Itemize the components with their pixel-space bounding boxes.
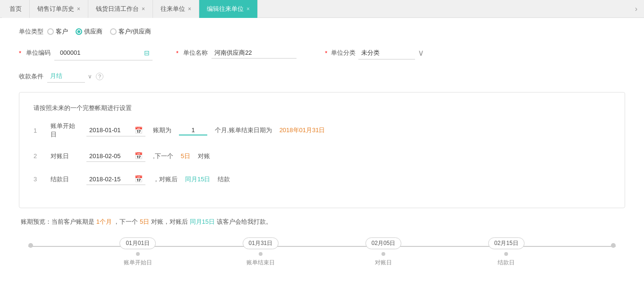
tab-sales-history[interactable]: 销售订单历史 × (30, 0, 88, 18)
radio-both[interactable]: 客户/供应商 (110, 27, 151, 36)
unit-type-group: 单位类型 客户 供应商 客户/供应商 (19, 27, 151, 36)
timeline-items: 01月01日 账单开始日 01月31日 账单结束日 02月05日 对账日 02月… (28, 237, 616, 267)
row-3-suffix: 结款 (218, 175, 230, 184)
unit-class-label: 单位分类 (331, 49, 356, 57)
timeline-label-2: 账单结束日 (246, 259, 275, 267)
payment-label: 收款条件 (19, 72, 43, 81)
timeline-dot-2 (259, 252, 263, 256)
row-1-number: 1 (34, 127, 43, 134)
payment-help-icon[interactable]: ? (96, 73, 103, 80)
preview-mid1: ，下一个 (113, 218, 138, 225)
payment-chevron-icon: ∨ (88, 73, 92, 80)
row-2-number: 2 (34, 152, 43, 160)
tab-edit-partner-close[interactable]: × (246, 6, 250, 12)
row-3-number: 3 (34, 176, 43, 183)
row-3-highlight: 同月15日 (185, 175, 210, 184)
timeline-right-end (611, 237, 616, 248)
timeline-point-2: 01月31日 账单结束日 (243, 237, 279, 267)
tab-cash-work[interactable]: 钱货日清工作台 × (88, 0, 153, 18)
unit-code-star: * (19, 50, 21, 57)
preview-mid2: 对账，对账后 (151, 218, 188, 225)
preview-suffix: 该客户会给我打款。 (217, 218, 272, 225)
timeline-left-end (28, 237, 33, 248)
timeline-point-3: 02月05日 对账日 (365, 237, 402, 267)
unit-class-star: * (325, 50, 327, 57)
unit-class-value: 未分类 (361, 49, 380, 57)
timeline-point-4: 02月15日 结款日 (488, 237, 525, 267)
payment-group: 收款条件 月结 ∨ ? (19, 70, 103, 83)
unit-code-group: * 单位编码 ⊟ (19, 45, 153, 60)
radio-customer[interactable]: 客户 (47, 27, 68, 36)
unit-code-copy-icon[interactable]: ⊟ (144, 49, 150, 57)
unit-name-group: * 单位名称 (176, 47, 297, 59)
radio-supplier[interactable]: 供应商 (76, 27, 102, 36)
preview-part3: 同月15日 (190, 218, 215, 225)
timeline-date-2: 01月31日 (243, 237, 279, 249)
row-1-period-unit: 个月,账单结束日期为 (215, 126, 272, 135)
preview-prefix: 账期预览：当前客户账期是 (21, 218, 94, 225)
unit-code-field-container: ⊟ (54, 45, 153, 60)
payment-select[interactable]: 月结 ∨ (47, 70, 92, 83)
tab-partner-units[interactable]: 往来单位 × (153, 0, 199, 18)
tab-expand-button[interactable]: › (630, 5, 642, 13)
unit-code-input[interactable] (57, 47, 142, 58)
row-1-calendar-icon[interactable]: 📅 (135, 127, 143, 134)
timeline-point-1: 01月01日 账单开始日 (119, 237, 156, 267)
setting-row-2: 2 对账日 📅 ,下一个 5日 对账 (34, 150, 610, 162)
settings-box: 请按照未来的一个完整帐期进行设置 1 账单开始日 📅 账期为 个月,账单结束日期… (19, 92, 625, 208)
tab-home[interactable]: 首页 (2, 0, 30, 18)
tab-partner-units-close[interactable]: × (188, 6, 191, 12)
timeline-dot-3 (381, 252, 385, 256)
tab-home-label: 首页 (9, 5, 22, 13)
payment-row: 收款条件 月结 ∨ ? (19, 70, 625, 83)
radio-supplier-label: 供应商 (84, 27, 102, 36)
row-2-date-container: 📅 (86, 150, 145, 162)
row-2-suffix: 对账 (198, 152, 210, 160)
radio-customer-circle (47, 28, 54, 35)
tab-edit-partner-label: 编辑往来单位 (207, 5, 244, 13)
tab-edit-partner[interactable]: 编辑往来单位 × (199, 0, 258, 18)
row-1-date-input[interactable] (89, 127, 132, 134)
unit-name-star: * (176, 50, 178, 57)
preview-text: 账期预览：当前客户账期是 1个月 ，下一个 5日 对账，对账后 同月15日 该客… (19, 218, 625, 226)
unit-class-chevron-icon[interactable]: ∨ (418, 48, 424, 58)
unit-name-label: 单位名称 (183, 49, 208, 57)
unit-name-input[interactable] (212, 47, 297, 59)
preview-part1: 1个月 (96, 218, 112, 225)
payment-value: 月结 (47, 70, 85, 83)
row-2-label: 对账日 (51, 152, 79, 160)
unit-type-label: 单位类型 (19, 27, 43, 36)
row-3-date-container: 📅 (86, 173, 145, 185)
unit-class-group: * 单位分类 未分类 ∨ (325, 47, 424, 59)
settings-title: 请按照未来的一个完整帐期进行设置 (34, 104, 610, 112)
row-1-label: 账单开始日 (51, 122, 79, 139)
timeline-date-1: 01月01日 (119, 237, 156, 249)
row-2-prefix: ,下一个 (153, 152, 173, 160)
timeline-dot-4 (504, 252, 508, 256)
timeline-right-dot (611, 243, 616, 248)
timeline-date-3: 02月05日 (365, 237, 402, 249)
radio-both-label: 客户/供应商 (119, 27, 151, 36)
timeline-section: 01月01日 账单开始日 01月31日 账单结束日 02月05日 对账日 02月… (19, 237, 625, 267)
row-3-date-input[interactable] (89, 176, 132, 183)
setting-row-3: 3 结款日 📅 ，对账后 同月15日 结款 (34, 173, 610, 185)
radio-group: 客户 供应商 客户/供应商 (47, 27, 151, 36)
row-2-date-input[interactable] (89, 152, 132, 160)
preview-part2: 5日 (140, 218, 149, 225)
radio-supplier-circle (76, 28, 82, 35)
timeline-label-3: 对账日 (375, 259, 392, 267)
row-1-date-container: 📅 (86, 125, 145, 136)
row-3-label: 结款日 (51, 175, 79, 184)
row-2-highlight: 5日 (181, 152, 190, 160)
tab-sales-history-close[interactable]: × (77, 6, 80, 12)
tab-bar: 首页 销售订单历史 × 钱货日清工作台 × 往来单位 × 编辑往来单位 × › (0, 0, 644, 18)
unit-class-select[interactable]: 未分类 (358, 47, 415, 59)
row-3-calendar-icon[interactable]: 📅 (135, 175, 143, 183)
tab-cash-work-close[interactable]: × (142, 6, 145, 12)
row-2-calendar-icon[interactable]: 📅 (135, 152, 143, 160)
radio-both-circle (110, 28, 117, 35)
timeline-date-4: 02月15日 (488, 237, 525, 249)
row-1-period-input[interactable] (179, 126, 207, 135)
row-1-highlight-date: 2018年01月31日 (280, 126, 325, 135)
unit-info-row: * 单位编码 ⊟ * 单位名称 * 单位分类 未分类 ∨ (19, 45, 625, 60)
